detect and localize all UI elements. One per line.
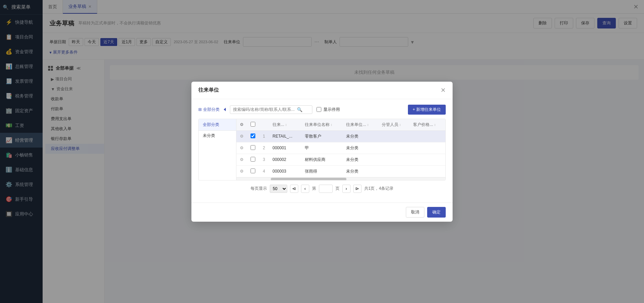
add-counterparty-btn[interactable]: + 新增往来单位 <box>408 105 446 115</box>
dialog-toolbar: ⊞ 全部分类 🔍 显示停用 + 新增往来单位 <box>198 105 446 115</box>
table-row[interactable]: ⚙ 3 000002 材料供应商 未分类 <box>236 154 445 165</box>
table-row[interactable]: ⚙ 1 RETAIL_... 零散客户 未分类 <box>236 130 445 142</box>
counterparty-table: ⚙ 往来... 往来单位名称 往来单位... 分管人员 客户价格... ⚙ <box>236 119 445 177</box>
col-settings[interactable]: ⚙ <box>236 119 247 131</box>
row-num: 4 <box>259 165 269 177</box>
row-category: 未分类 <box>343 130 378 142</box>
row-salesperson <box>378 130 410 142</box>
per-page-label: 每页显示 <box>251 186 267 191</box>
pagination: 每页显示 50 20 100 ⊲ ‹ 第 1 页 › ⊳ 共1页，4条记录 <box>198 180 446 197</box>
dialog-toolbar-right: + 新增往来单位 <box>408 105 446 115</box>
row-category: 未分类 <box>343 165 378 177</box>
all-category-item[interactable]: 全部分类 <box>199 119 236 131</box>
search-wrap: 🔍 <box>230 105 312 114</box>
scroll-track <box>236 177 445 180</box>
per-page-select[interactable]: 50 20 100 <box>270 185 287 193</box>
row-category: 未分类 <box>343 154 378 165</box>
grid-icon2: ⊞ <box>198 107 202 112</box>
table-row[interactable]: ⚙ 4 000003 张雨得 未分类 <box>236 165 445 177</box>
show-disabled-label[interactable]: 显示停用 <box>317 107 340 113</box>
row-salesperson <box>378 154 410 165</box>
col-price[interactable]: 客户价格... <box>410 119 445 131</box>
search-icon2: 🔍 <box>297 107 302 112</box>
counterparty-dialog: 往来单位 ✕ ⊞ 全部分类 🔍 显示停用 + 新增 <box>191 82 453 222</box>
last-page-btn[interactable]: ⊳ <box>353 185 362 193</box>
show-disabled-checkbox[interactable] <box>317 107 321 112</box>
col-salesperson[interactable]: 分管人员 <box>378 119 410 131</box>
row-checkbox[interactable] <box>247 154 259 165</box>
col-name[interactable]: 往来单位名称 <box>301 119 343 131</box>
row-category: 未分类 <box>343 142 378 154</box>
dialog-footer: 取消 确定 <box>191 202 453 222</box>
col-num <box>259 119 269 131</box>
row-name: 张雨得 <box>301 165 343 177</box>
row-salesperson <box>378 165 410 177</box>
row-price <box>410 165 445 177</box>
row-price <box>410 154 445 165</box>
all-category-label: 全部分类 <box>203 107 220 113</box>
col-code[interactable]: 往来... <box>269 119 301 131</box>
dialog-body: ⊞ 全部分类 🔍 显示停用 + 新增往来单位 全部分 <box>191 99 453 202</box>
row-settings[interactable]: ⚙ <box>236 154 247 165</box>
row-checkbox[interactable] <box>247 130 259 142</box>
row-name: 零散客户 <box>301 130 343 142</box>
table-row[interactable]: ⚙ 2 000001 甲 未分类 <box>236 142 445 154</box>
row-num: 1 <box>259 130 269 142</box>
table-area: 全部分类 未分类 ⚙ 往来... 往来单位名称 往来单位... <box>198 119 446 180</box>
row-code: 000002 <box>269 154 301 165</box>
show-disabled-text: 显示停用 <box>323 107 340 113</box>
row-num: 3 <box>259 154 269 165</box>
category-panel: 全部分类 未分类 <box>199 119 236 180</box>
search-input[interactable] <box>233 107 295 112</box>
split-arrow-icon <box>224 108 226 111</box>
row-price <box>410 130 445 142</box>
dialog-close-btn[interactable]: ✕ <box>441 86 446 94</box>
table-body: ⚙ 1 RETAIL_... 零散客户 未分类 ⚙ 2 000001 甲 未分类… <box>236 130 445 177</box>
uncategorized-item[interactable]: 未分类 <box>199 131 236 141</box>
prev-page-btn[interactable]: ‹ <box>301 185 309 193</box>
page-label: 第 <box>312 186 316 191</box>
row-settings[interactable]: ⚙ <box>236 130 247 142</box>
row-settings[interactable]: ⚙ <box>236 142 247 154</box>
total-label: 共1页，4条记录 <box>364 186 393 191</box>
select-all-checkbox[interactable] <box>251 122 255 127</box>
table-head: ⚙ 往来... 往来单位名称 往来单位... 分管人员 客户价格... <box>236 119 445 131</box>
row-code: RETAIL_... <box>269 130 301 142</box>
dialog-header: 往来单位 ✕ <box>191 82 453 99</box>
row-name: 材料供应商 <box>301 154 343 165</box>
page-suffix: 页 <box>335 186 340 191</box>
counterparty-table-wrap: ⚙ 往来... 往来单位名称 往来单位... 分管人员 客户价格... ⚙ <box>236 119 445 180</box>
row-code: 000003 <box>269 165 301 177</box>
next-page-btn[interactable]: › <box>342 185 351 193</box>
row-num: 2 <box>259 142 269 154</box>
row-name: 甲 <box>301 142 343 154</box>
current-page-input[interactable]: 1 <box>319 185 333 193</box>
row-salesperson <box>378 142 410 154</box>
col-category[interactable]: 往来单位... <box>343 119 378 131</box>
row-checkbox[interactable] <box>247 165 259 177</box>
dialog-title: 往来单位 <box>198 87 219 93</box>
row-checkbox[interactable] <box>247 142 259 154</box>
col-checkbox[interactable] <box>247 119 259 131</box>
cancel-btn[interactable]: 取消 <box>406 207 424 218</box>
row-settings[interactable]: ⚙ <box>236 165 247 177</box>
all-category-btn[interactable]: ⊞ 全部分类 <box>198 107 220 113</box>
dialog-toolbar-left: ⊞ 全部分类 🔍 显示停用 <box>198 105 340 114</box>
row-price <box>410 142 445 154</box>
scroll-thumb[interactable] <box>271 178 346 180</box>
first-page-btn[interactable]: ⊲ <box>290 185 298 193</box>
row-code: 000001 <box>269 142 301 154</box>
confirm-btn[interactable]: 确定 <box>427 207 446 218</box>
